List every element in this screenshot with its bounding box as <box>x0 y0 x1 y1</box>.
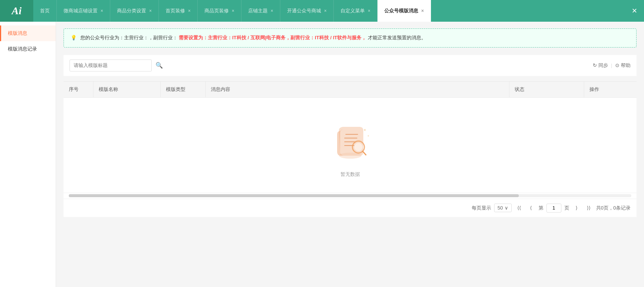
logo: Ai <box>0 0 33 22</box>
page-size-select[interactable]: 50 ∨ <box>494 204 511 212</box>
notice-highlight: 需要设置为：主营行业：IT科技 / 互联网|电子商务，副营行业：IT科技 / I… <box>179 35 366 40</box>
tab-close-custom-menu[interactable]: × <box>368 8 370 13</box>
empty-text: 暂无数据 <box>341 171 360 178</box>
page-label: 第 <box>539 205 543 211</box>
scrollbar-track[interactable] <box>69 194 631 197</box>
help-button[interactable]: ⊙ 帮助 <box>615 62 631 69</box>
col-header-content: 消息内容 <box>206 82 509 97</box>
col-header-index: 序号 <box>64 82 93 97</box>
sync-icon: ↻ <box>593 62 597 68</box>
tab-close-home-decor[interactable]: × <box>188 8 191 13</box>
tab-close-product-decor[interactable]: × <box>232 8 234 13</box>
next-page-button[interactable]: ⟩ <box>572 204 581 213</box>
notice-icon: 💡 <box>71 35 77 40</box>
page-number-input[interactable] <box>546 204 561 213</box>
content-area: 💡 您的公众号行业为：主营行业：，副营行业： 需要设置为：主营行业：IT科技 /… <box>56 22 644 287</box>
table-header: 序号 模版名称 模版类型 消息内容 状态 操作 <box>64 81 637 98</box>
sidebar-item-template-msg-record[interactable]: 模版消息记录 <box>0 41 56 57</box>
tab-open-mall[interactable]: 开通公众号商城 × <box>280 0 334 22</box>
search-left: 🔍 <box>70 59 163 71</box>
tab-close-store-theme[interactable]: × <box>271 8 273 13</box>
divider: | <box>611 62 612 68</box>
tab-home[interactable]: 首页 <box>33 0 57 22</box>
tab-close-store-settings[interactable]: × <box>101 8 103 13</box>
empty-state: ✦ ✦ 暂无数据 <box>64 98 637 193</box>
tab-category-settings[interactable]: 商品分类设置 × <box>110 0 159 22</box>
tab-product-decor[interactable]: 商品页装修 × <box>198 0 241 22</box>
page-suffix: 页 <box>564 205 569 211</box>
tab-home-decor[interactable]: 首页装修 × <box>159 0 198 22</box>
first-page-button[interactable]: ⟨⟨ <box>515 204 524 213</box>
page-size-label: 每页显示 <box>472 205 491 211</box>
tab-custom-menu[interactable]: 自定义菜单 × <box>334 0 378 22</box>
tab-bar: Ai 首页 微商城店铺设置 × 商品分类设置 × 首页装修 × 商品页装修 × … <box>0 0 644 22</box>
scrollbar-area[interactable] <box>64 193 637 199</box>
table-container: 序号 模版名称 模版类型 消息内容 状态 操作 <box>64 81 637 217</box>
chevron-down-icon: ∨ <box>505 205 508 211</box>
scrollbar-thumb[interactable] <box>69 194 519 197</box>
search-button[interactable]: 🔍 <box>155 62 163 69</box>
svg-point-6 <box>354 143 363 151</box>
last-page-button[interactable]: ⟩⟩ <box>584 204 593 213</box>
tab-close-template-msg[interactable]: × <box>421 8 424 13</box>
tab-template-msg[interactable]: 公众号模版消息 × <box>378 0 431 22</box>
col-header-action: 操作 <box>584 82 637 97</box>
main-layout: 模版消息 模版消息记录 💡 您的公众号行业为：主营行业：，副营行业： 需要设置为… <box>0 22 644 287</box>
pagination: 每页显示 50 ∨ ⟨⟨ ⟨ 第 页 ⟩ ⟩⟩ 共0页，0条记录 <box>64 199 637 217</box>
search-bar: 🔍 ↻ 同步 | ⊙ 帮助 <box>64 55 637 76</box>
svg-text:✦: ✦ <box>363 128 366 132</box>
tab-store-settings[interactable]: 微商城店铺设置 × <box>57 0 110 22</box>
prev-page-button[interactable]: ⟨ <box>527 204 536 213</box>
sidebar-item-template-msg[interactable]: 模版消息 <box>0 25 56 41</box>
notice-banner: 💡 您的公众号行业为：主营行业：，副营行业： 需要设置为：主营行业：IT科技 /… <box>64 28 637 48</box>
search-right: ↻ 同步 | ⊙ 帮助 <box>593 62 631 69</box>
tab-close-open-mall[interactable]: × <box>324 8 327 13</box>
col-header-type: 模版类型 <box>161 82 206 97</box>
col-header-status: 状态 <box>509 82 584 97</box>
sidebar: 模版消息 模版消息记录 <box>0 22 56 287</box>
col-header-name: 模版名称 <box>93 82 161 97</box>
help-icon: ⊙ <box>615 62 619 68</box>
search-input[interactable] <box>70 59 152 71</box>
tab-close-category-settings[interactable]: × <box>149 8 152 13</box>
empty-illustration: ✦ ✦ <box>328 120 373 165</box>
tab-store-theme[interactable]: 店铺主题 × <box>241 0 280 22</box>
sync-button[interactable]: ↻ 同步 <box>593 62 608 69</box>
window-close-button[interactable]: ✕ <box>625 7 644 15</box>
svg-text:✦: ✦ <box>367 134 370 138</box>
page-total: 共0页，0条记录 <box>596 205 631 211</box>
